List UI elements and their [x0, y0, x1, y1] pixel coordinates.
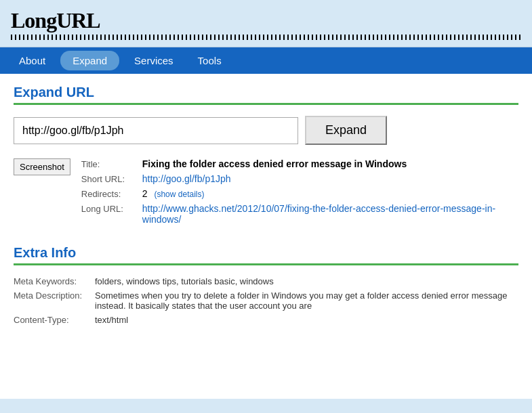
long-url-link[interactable]: http://www.ghacks.net/2012/10/07/fixing-… — [142, 203, 495, 225]
title-value: Fixing the folder access denied error me… — [142, 158, 407, 169]
navbar: About Expand Services Tools — [0, 47, 532, 74]
extra-label-2: Content-Type: — [14, 315, 95, 325]
nav-expand[interactable]: Expand — [60, 51, 119, 70]
redirects-value: 2 (show details) — [142, 188, 205, 199]
extra-info-title: Extra Info — [14, 245, 518, 261]
extra-value-1: Sometimes when you try to delete a folde… — [95, 290, 518, 311]
nav-about[interactable]: About — [7, 47, 58, 74]
long-url-value: http://www.ghacks.net/2012/10/07/fixing-… — [142, 203, 518, 225]
extra-row-0: Meta Keywords:folders, windows tips, tut… — [14, 276, 518, 286]
extra-green-divider — [14, 263, 518, 265]
redirects-label: Redirects: — [81, 188, 142, 199]
title-row: Title: Fixing the folder access denied e… — [81, 158, 518, 169]
short-url-label: Short URL: — [81, 173, 142, 184]
expand-button[interactable]: Expand — [305, 116, 387, 145]
long-url-row: Long URL: http://www.ghacks.net/2012/10/… — [81, 203, 518, 225]
redirects-row: Redirects: 2 (show details) — [81, 188, 518, 199]
redirects-count: 2 — [142, 188, 148, 199]
extra-info-rows: Meta Keywords:folders, windows tips, tut… — [14, 276, 518, 325]
green-divider — [14, 103, 518, 105]
short-url-row: Short URL: http://goo.gl/fb/p1Jph — [81, 173, 518, 184]
title-label: Title: — [81, 158, 142, 169]
logo-text: LongURL — [11, 8, 100, 33]
extra-value-0: folders, windows tips, tutorials basic, … — [95, 276, 274, 286]
short-url-value: http://goo.gl/fb/p1Jph — [142, 173, 231, 184]
extra-label-1: Meta Description: — [14, 290, 95, 301]
url-input[interactable] — [14, 117, 298, 144]
long-url-label: Long URL: — [81, 203, 142, 214]
extra-value-2: text/html — [95, 315, 128, 325]
short-url-link[interactable]: http://goo.gl/fb/p1Jph — [142, 173, 231, 184]
logo-ruler — [11, 35, 521, 40]
result-table: Title: Fixing the folder access denied e… — [81, 158, 518, 229]
extra-label-0: Meta Keywords: — [14, 276, 95, 286]
header: LongURL — [0, 0, 532, 47]
result-area: Screenshot Title: Fixing the folder acce… — [14, 158, 518, 229]
nav-services[interactable]: Services — [122, 47, 186, 74]
expand-url-title: Expand URL — [14, 85, 518, 100]
extra-row-1: Meta Description:Sometimes when you try … — [14, 290, 518, 311]
nav-tools[interactable]: Tools — [186, 47, 234, 74]
logo: LongURL — [11, 8, 521, 40]
main-content: Expand URL Expand Screenshot Title: Fixi… — [0, 74, 532, 399]
screenshot-button[interactable]: Screenshot — [14, 158, 70, 175]
input-row: Expand — [14, 116, 518, 145]
show-details-link[interactable]: (show details) — [154, 190, 204, 199]
extra-row-2: Content-Type:text/html — [14, 315, 518, 325]
